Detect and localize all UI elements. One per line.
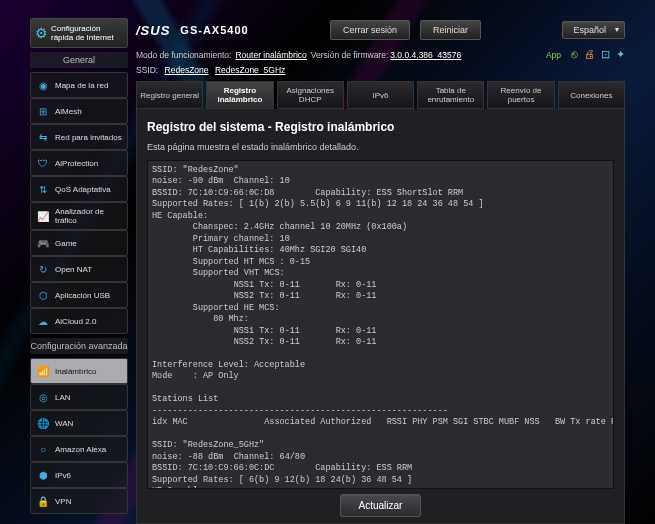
sidebar-icon: ↻ — [35, 261, 51, 277]
ssid2-link[interactable]: RedesZone_5GHz — [215, 65, 285, 75]
sidebar-icon: 📶 — [35, 363, 51, 379]
status-icon-4[interactable]: ✦ — [616, 48, 625, 61]
globe-icon: ⚙ — [35, 25, 48, 41]
sidebar-icon: ⬡ — [35, 287, 51, 303]
sidebar-item-label: Amazon Alexa — [55, 445, 106, 454]
update-button[interactable]: Actualizar — [340, 494, 422, 517]
sidebar-item-label: WAN — [55, 419, 73, 428]
tab-registro-inalámbrico[interactable]: Registro inalámbrico — [206, 81, 273, 109]
model-name: GS-AX5400 — [180, 24, 248, 36]
sidebar-item-red-para-invitados[interactable]: ⇆Red para invitados — [30, 124, 128, 150]
reboot-button[interactable]: Reiniciar — [420, 20, 481, 40]
tab-asignaciones-dhcp[interactable]: Asignaciones DHCP — [277, 81, 344, 109]
quick-setup-button[interactable]: ⚙ Configuración rápida de Internet — [30, 18, 128, 48]
language-select[interactable]: Español — [562, 21, 625, 39]
brand-logo: /SUS — [136, 23, 170, 38]
ssid1-link[interactable]: RedesZone — [165, 65, 209, 75]
status-icon-1[interactable]: ⎋ — [571, 48, 578, 61]
sidebar-icon: 🌐 — [35, 415, 51, 431]
app-link[interactable]: App — [546, 50, 561, 60]
sidebar-item-mapa-de-la-red[interactable]: ◉Mapa de la red — [30, 72, 128, 98]
panel-title: Registro del sistema - Registro inalámbr… — [147, 117, 614, 142]
tab-conexiones[interactable]: Conexiones — [558, 81, 625, 109]
sidebar-item-label: AiMesh — [55, 107, 82, 116]
sidebar-icon: 🎮 — [35, 235, 51, 251]
sidebar-icon: 🔒 — [35, 493, 51, 509]
sidebar-icon: ⇆ — [35, 129, 51, 145]
section-general: General — [30, 52, 128, 68]
sidebar-item-label: VPN — [55, 497, 71, 506]
sidebar-item-wan[interactable]: 🌐WAN — [30, 410, 128, 436]
sidebar-icon: ◎ — [35, 389, 51, 405]
sidebar-item-label: LAN — [55, 393, 71, 402]
fw-label: Versión de firmware: — [311, 50, 388, 60]
mode-link[interactable]: Router inalámbrico — [235, 50, 306, 60]
sidebar-icon: 📈 — [35, 208, 51, 224]
sidebar-icon: ☁ — [35, 313, 51, 329]
sidebar-icon: ○ — [35, 441, 51, 457]
sidebar-item-aicloud-2.0[interactable]: ☁AiCloud 2.0 — [30, 308, 128, 334]
panel-desc: Esta página muestra el estado inalámbric… — [147, 142, 614, 160]
sidebar-item-game[interactable]: 🎮Game — [30, 230, 128, 256]
sidebar-item-qos-adaptativa[interactable]: ⇅QoS Adaptativa — [30, 176, 128, 202]
sidebar-icon: 🛡 — [35, 155, 51, 171]
status-icon-3[interactable]: ⊡ — [601, 48, 610, 61]
wireless-log[interactable]: SSID: "RedesZone" noise: -90 dBm Channel… — [147, 160, 614, 489]
sidebar-item-aimesh[interactable]: ⊞AiMesh — [30, 98, 128, 124]
sidebar-item-label: QoS Adaptativa — [55, 185, 111, 194]
sidebar-item-inalámbrico[interactable]: 📶Inalámbrico — [30, 358, 128, 384]
sidebar-item-label: Aplicación USB — [55, 291, 110, 300]
sidebar-item-label: AiCloud 2.0 — [55, 317, 96, 326]
sidebar-item-label: Mapa de la red — [55, 81, 108, 90]
sidebar-icon: ◉ — [35, 77, 51, 93]
sidebar-icon: ⬢ — [35, 467, 51, 483]
sidebar-icon: ⇅ — [35, 181, 51, 197]
tab-registro-general[interactable]: Registro general — [136, 81, 203, 109]
sidebar-item-aiprotection[interactable]: 🛡AiProtection — [30, 150, 128, 176]
sidebar-item-aplicación-usb[interactable]: ⬡Aplicación USB — [30, 282, 128, 308]
tab-reenvío-de-puertos[interactable]: Reenvío de puertos — [487, 81, 554, 109]
status-icon-2[interactable]: 🖨 — [584, 48, 595, 61]
tab-ipv6[interactable]: IPv6 — [347, 81, 414, 109]
sidebar-item-label: IPv6 — [55, 471, 71, 480]
quick-setup-label: Configuración rápida de Internet — [51, 24, 123, 42]
logout-button[interactable]: Cerrar sesión — [330, 20, 410, 40]
sidebar-item-lan[interactable]: ◎LAN — [30, 384, 128, 410]
sidebar-item-ipv6[interactable]: ⬢IPv6 — [30, 462, 128, 488]
sidebar-icon: ⊞ — [35, 103, 51, 119]
sidebar-item-vpn[interactable]: 🔒VPN — [30, 488, 128, 514]
sidebar-item-label: Inalámbrico — [55, 367, 96, 376]
sidebar-item-amazon-alexa[interactable]: ○Amazon Alexa — [30, 436, 128, 462]
sidebar-item-label: Red para invitados — [55, 133, 122, 142]
tab-tabla-de-enrutamiento[interactable]: Tabla de enrutamiento — [417, 81, 484, 109]
sidebar-item-open-nat[interactable]: ↻Open NAT — [30, 256, 128, 282]
sidebar-item-label: Open NAT — [55, 265, 92, 274]
sidebar-item-analizador-de-tráfico[interactable]: 📈Analizador de tráfico — [30, 202, 128, 230]
mode-label: Modo de funcionamiento: — [136, 50, 231, 60]
ssid-label: SSID: — [136, 65, 158, 75]
sidebar-item-label: Analizador de tráfico — [55, 207, 123, 225]
fw-link[interactable]: 3.0.0.4.386_43576 — [390, 50, 461, 60]
sidebar-item-label: Game — [55, 239, 77, 248]
sidebar-item-label: AiProtection — [55, 159, 98, 168]
section-advanced: Configuración avanzada — [30, 338, 128, 354]
